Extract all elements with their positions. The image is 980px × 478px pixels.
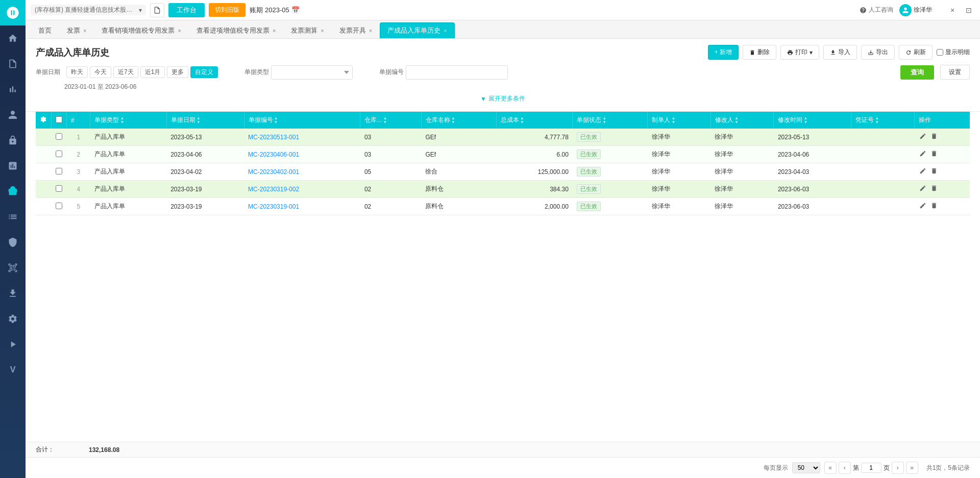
quick-more[interactable]: 更多	[167, 66, 188, 78]
show-detail-checkbox-wrap[interactable]: 显示明细	[937, 48, 970, 57]
row-number-link[interactable]: MC-20230402-001	[248, 168, 299, 175]
query-button[interactable]: 查询	[900, 65, 934, 80]
th-status[interactable]: 单据状态▲▼	[573, 112, 648, 129]
th-modifier[interactable]: 修改人▲▼	[710, 112, 774, 129]
workbench-button[interactable]: 工作台	[168, 3, 205, 17]
th-date[interactable]: 单据日期▲▼	[166, 112, 244, 129]
row-checkbox-cell[interactable]	[52, 129, 67, 146]
import-button[interactable]: 导入	[823, 45, 857, 60]
th-voucher[interactable]: 凭证号▲▼	[851, 112, 915, 129]
sidebar-item-doc[interactable]	[0, 51, 26, 77]
last-page-button[interactable]: »	[906, 462, 918, 474]
expand-filter-button[interactable]: ▼ 展开更多条件	[480, 94, 525, 103]
new-button[interactable]: + 新增	[708, 45, 739, 60]
delete-button[interactable]: 删除	[743, 45, 776, 60]
row-number-link[interactable]: MC-20230406-001	[248, 151, 299, 158]
sidebar-item-form[interactable]	[0, 153, 26, 179]
set-button[interactable]: 设置	[940, 65, 970, 80]
user-menu[interactable]: 徐泽华	[899, 4, 932, 16]
edit-icon[interactable]	[919, 152, 928, 159]
tab-purchase-vat-close[interactable]: ×	[273, 28, 276, 34]
row-number-link[interactable]: MC-20230319-001	[248, 203, 299, 210]
number-filter-input[interactable]	[406, 65, 508, 80]
company-selector[interactable]: (库存核算) 直播轻捷通信息技术股份... ▾	[31, 5, 146, 15]
sidebar-item-scan[interactable]	[0, 255, 26, 281]
first-page-button[interactable]: «	[824, 462, 837, 474]
th-type[interactable]: 单据类型▲▼	[90, 112, 166, 129]
tab-invoice-calc-close[interactable]: ×	[321, 28, 324, 34]
edit-icon[interactable]	[919, 134, 928, 141]
app-logo[interactable]	[0, 0, 26, 26]
quick-1month[interactable]: 近1月	[140, 66, 165, 78]
th-warehouse-name[interactable]: 仓库名称▲▼	[421, 112, 496, 129]
row-checkbox[interactable]	[56, 133, 62, 140]
tab-sales-vat-close[interactable]: ×	[178, 28, 181, 34]
sidebar-item-chart[interactable]	[0, 77, 26, 102]
tab-home[interactable]: 首页	[31, 22, 59, 38]
minimize-button[interactable]: ×	[946, 4, 959, 16]
edit-icon[interactable]	[919, 169, 928, 176]
export-button[interactable]: 导出	[861, 45, 895, 60]
per-page-select[interactable]: 50 100	[792, 462, 820, 473]
row-checkbox-cell[interactable]	[52, 181, 67, 198]
delete-row-icon[interactable]	[930, 134, 938, 141]
page-number-input[interactable]	[861, 463, 881, 473]
quick-today[interactable]: 今天	[90, 66, 111, 78]
period-calendar-icon[interactable]: 📅	[291, 6, 300, 14]
tab-product-stock[interactable]: 产成品入库单历史 ×	[380, 22, 454, 38]
row-number[interactable]: MC-20230406-001	[244, 146, 360, 163]
tab-invoice-calc[interactable]: 发票测算 ×	[283, 22, 331, 38]
sidebar-item-stamp[interactable]	[0, 230, 26, 255]
sidebar-item-v[interactable]: V	[0, 357, 26, 383]
edit-icon[interactable]	[919, 186, 928, 193]
print-button[interactable]: 打印 ▾	[780, 45, 819, 60]
sidebar-item-lock[interactable]	[0, 128, 26, 153]
refresh-button[interactable]: 刷新	[899, 45, 933, 60]
edit-icon[interactable]	[919, 204, 928, 211]
th-total-cost[interactable]: 总成本▲▼	[497, 112, 573, 129]
tab-product-stock-close[interactable]: ×	[444, 28, 447, 34]
delete-row-icon[interactable]	[930, 152, 938, 159]
quick-yesterday[interactable]: 昨天	[66, 66, 88, 78]
row-checkbox-cell[interactable]	[52, 198, 67, 215]
tab-invoice-issue-close[interactable]: ×	[369, 28, 372, 34]
sidebar-item-box[interactable]	[0, 179, 26, 204]
row-checkbox-cell[interactable]	[52, 146, 67, 163]
tab-invoice-close[interactable]: ×	[83, 28, 86, 34]
delete-row-icon[interactable]	[930, 186, 938, 193]
row-checkbox[interactable]	[56, 168, 62, 174]
type-filter-select[interactable]	[271, 65, 353, 80]
row-number[interactable]: MC-20230513-001	[244, 129, 360, 146]
row-checkbox[interactable]	[56, 185, 62, 192]
tab-purchase-vat[interactable]: 查看进项增值税专用发票 ×	[189, 22, 283, 38]
sidebar-item-download[interactable]	[0, 281, 26, 306]
row-checkbox[interactable]	[56, 150, 62, 157]
th-creator[interactable]: 制单人▲▼	[648, 112, 711, 129]
show-detail-checkbox[interactable]	[937, 49, 943, 56]
row-checkbox[interactable]	[56, 203, 62, 209]
delete-row-icon[interactable]	[930, 169, 938, 176]
prev-page-button[interactable]: ‹	[839, 462, 851, 474]
doc-button[interactable]	[150, 3, 164, 17]
row-number[interactable]: MC-20230319-001	[244, 198, 360, 215]
sidebar-item-play[interactable]	[0, 332, 26, 357]
sidebar-item-person[interactable]	[0, 102, 26, 128]
next-page-button[interactable]: ›	[892, 462, 904, 474]
th-number[interactable]: 单据编号▲▼	[244, 112, 360, 129]
row-number-link[interactable]: MC-20230513-001	[248, 134, 299, 141]
row-number[interactable]: MC-20230402-001	[244, 163, 360, 181]
maximize-button[interactable]: ⊡	[963, 4, 975, 16]
sidebar-item-home[interactable]	[0, 26, 26, 51]
old-version-button[interactable]: 切到旧版	[209, 3, 246, 17]
tab-invoice-issue[interactable]: 发票开具 ×	[332, 22, 380, 38]
tab-invoice[interactable]: 发票 ×	[59, 22, 94, 38]
row-number[interactable]: MC-20230319-002	[244, 181, 360, 198]
th-modify-time[interactable]: 修改时间▲▼	[774, 112, 851, 129]
tab-sales-vat[interactable]: 查看销项增值税专用发票 ×	[94, 22, 188, 38]
delete-row-icon[interactable]	[930, 204, 938, 211]
sidebar-item-settings[interactable]	[0, 306, 26, 332]
th-checkbox[interactable]	[52, 112, 67, 129]
quick-custom[interactable]: 自定义	[190, 66, 218, 78]
help-button[interactable]: 人工咨询	[860, 6, 893, 14]
th-warehouse-code[interactable]: 仓库...▲▼	[360, 112, 422, 129]
